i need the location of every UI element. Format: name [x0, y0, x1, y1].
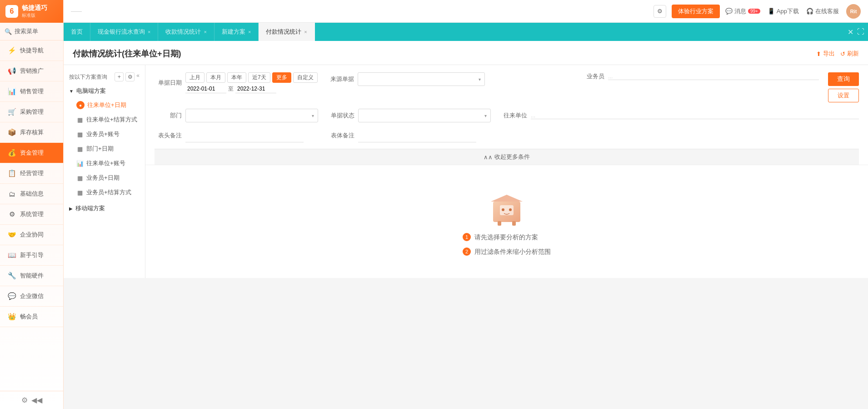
source-doc-select[interactable]: ▾	[358, 72, 485, 86]
tab-bank-flow[interactable]: 现金银行流水查询 ×	[90, 23, 158, 41]
action-buttons: 查询 设置	[828, 72, 859, 102]
tab-new-scheme[interactable]: 新建方案 ×	[215, 23, 259, 41]
sidebar-item-quick-nav[interactable]: ⚡ 快捷导航	[0, 40, 63, 61]
scheme-item-salesman-account[interactable]: ▦ 业务员+账号	[64, 127, 145, 141]
tab-payment-stats[interactable]: 付款情况统计 ×	[259, 23, 314, 41]
scheme-group-pc-header[interactable]: ▼ 电脑端方案	[64, 84, 145, 98]
scheme-item-partner-account[interactable]: 📊 往来单位+账号	[64, 156, 145, 171]
query-button[interactable]: 查询	[828, 72, 859, 86]
search-menu[interactable]: 🔍 搜索菜单	[0, 23, 63, 40]
export-button[interactable]: ⬆ 导出	[816, 50, 835, 58]
date-to-input[interactable]	[235, 85, 276, 93]
topbar-controls: ⚙	[653, 5, 666, 18]
add-scheme-btn[interactable]: +	[115, 72, 124, 81]
collapse-conditions-btn[interactable]: ∧∧ 收起更多条件	[155, 149, 859, 165]
active-indicator: ●	[76, 101, 85, 109]
salesman-group: 业务员 ...	[577, 72, 819, 81]
sales-icon: 📊	[7, 87, 16, 96]
sidebar-item-inventory[interactable]: 📦 库存核算	[0, 122, 63, 143]
basic-info-icon: 🗂	[7, 189, 16, 198]
date-btn-custom[interactable]: 自定义	[293, 72, 318, 83]
date-btn-this-month[interactable]: 本月	[206, 72, 225, 83]
close-all-tabs-btn[interactable]: ✕	[848, 28, 853, 36]
trial-button[interactable]: 体验行业方案	[672, 5, 720, 18]
scheme-item-dept-date[interactable]: ▦ 部门+日期	[64, 141, 145, 156]
tab-collection-stats[interactable]: 收款情况统计 ×	[158, 23, 214, 41]
sidebar-item-label: 库存核算	[20, 128, 44, 136]
collapse-sidebar-btn[interactable]: ◀◀	[31, 396, 42, 404]
table-body-note-input[interactable]	[358, 129, 476, 142]
sidebar-item-system[interactable]: ⚙ 系统管理	[0, 204, 63, 225]
dept-select[interactable]: ▾	[185, 109, 318, 122]
table-header-note-input[interactable]	[185, 129, 304, 142]
settings-button[interactable]: 设置	[828, 89, 859, 102]
tab-bank-flow-close[interactable]: ×	[148, 29, 150, 35]
sidebar-item-guide[interactable]: 📖 新手引导	[0, 245, 63, 266]
date-btn-7days[interactable]: 近7天	[248, 72, 270, 83]
sidebar-item-smart-hw[interactable]: 🔧 智能硬件	[0, 266, 63, 286]
maximize-btn[interactable]: ⛶	[857, 28, 864, 36]
tab-home[interactable]: 首页	[64, 23, 90, 41]
refresh-button[interactable]: ↺ 刷新	[840, 50, 859, 58]
topbar-gear-button[interactable]: ⚙	[653, 5, 666, 18]
sidebar: 6 畅捷通巧 标准版 🔍 搜索菜单 ⚡ 快捷导航 📢 营销推广 📊 销售管理 🛒…	[0, 0, 64, 409]
date-label: 单据日期	[155, 79, 182, 87]
tab-collection-label: 收款情况统计	[165, 28, 201, 36]
user-avatar[interactable]: Rit	[846, 4, 861, 19]
date-btn-last-month[interactable]: 上月	[185, 72, 205, 83]
tab-bar: 首页 现金银行流水查询 × 收款情况统计 × 新建方案 × 付款情况统计 × ✕…	[64, 23, 868, 41]
sidebar-item-purchase[interactable]: 🛒 采购管理	[0, 102, 63, 122]
inventory-icon: 📦	[7, 128, 16, 137]
sidebar-item-member[interactable]: 👑 畅会员	[0, 307, 63, 327]
sidebar-item-finance[interactable]: 💰 资金管理	[0, 143, 63, 163]
empty-state: 1 请先选择要分析的方案 2 用过滤条件来缩小分析范围	[145, 165, 868, 278]
date-from-input[interactable]	[185, 85, 226, 93]
tab-payment-close[interactable]: ×	[304, 29, 307, 35]
doc-status-group: 单据状态 ▾	[327, 109, 491, 122]
scheme-item-label: 往来单位+日期	[87, 101, 126, 109]
tab-new-scheme-label: 新建方案	[222, 28, 245, 36]
app-name: 畅捷通巧	[22, 4, 47, 12]
purchase-icon: 🛒	[7, 107, 16, 116]
scheme-group-mobile-header[interactable]: ▶ 移动端方案	[64, 202, 145, 215]
scheme-item-salesman-date[interactable]: ▦ 业务员+日期	[64, 171, 145, 185]
chart-icon: 📊	[76, 160, 84, 167]
sidebar-item-label: 快捷导航	[20, 46, 44, 55]
sidebar-item-basic-info[interactable]: 🗂 基础信息	[0, 184, 63, 204]
online-service-btn[interactable]: 🎧 在线客服	[806, 7, 839, 15]
date-btn-more[interactable]: 更多	[272, 72, 291, 83]
panel-settings-btn[interactable]: ⚙	[125, 72, 135, 81]
smart-hw-icon: 🔧	[7, 271, 16, 280]
scheme-item-partner-payment[interactable]: ▦ 往来单位+结算方式	[64, 112, 145, 127]
sidebar-item-label: 经营管理	[20, 169, 44, 177]
table-body-note-label: 表体备注	[327, 131, 354, 140]
date-btn-this-year[interactable]: 本年	[227, 72, 246, 83]
sidebar-item-enterprise[interactable]: 🤝 企业协同	[0, 225, 63, 245]
wechat-icon: 💬	[7, 292, 16, 301]
app-download-btn[interactable]: 📱 App下载	[768, 7, 799, 15]
partner-group: 往来单位 ...	[500, 111, 859, 120]
table-header-note-group: 表头备注	[155, 129, 318, 142]
scheme-item-salesman-payment[interactable]: ▦ 业务员+结算方式	[64, 185, 145, 200]
sidebar-item-marketing[interactable]: 📢 营销推广	[0, 61, 63, 81]
scheme-item-label: 往来单位+账号	[86, 159, 125, 167]
group-expand-icon: ▼	[69, 89, 74, 94]
quick-nav-icon: ⚡	[7, 46, 16, 55]
tab-new-scheme-close[interactable]: ×	[248, 29, 251, 35]
salesman-label: 业务员	[577, 72, 604, 81]
sidebar-item-label: 采购管理	[20, 108, 44, 116]
sidebar-item-sales[interactable]: 📊 销售管理	[0, 81, 63, 102]
notification-btn[interactable]: 💬 消息 99+	[725, 7, 760, 15]
doc-status-select[interactable]: ▾	[358, 109, 491, 122]
collapse-panel-btn[interactable]: «	[136, 72, 140, 81]
collapse-arrow-icon: ∧∧	[484, 154, 493, 161]
sidebar-item-operations[interactable]: 📋 经营管理	[0, 163, 63, 184]
sidebar-item-wechat[interactable]: 💬 企业微信	[0, 286, 63, 307]
tab-collection-close[interactable]: ×	[204, 29, 206, 35]
export-icon: ⬆	[816, 50, 821, 57]
scheme-icon: ▦	[76, 189, 84, 196]
scheme-item-partner-date[interactable]: ● 往来单位+日期	[64, 98, 145, 112]
filter-row-3: 表头备注 表体备注	[155, 129, 859, 142]
empty-tip-2: 2 用过滤条件来缩小分析范围	[463, 245, 551, 258]
settings-bottom-btn[interactable]: ⚙	[21, 396, 28, 404]
